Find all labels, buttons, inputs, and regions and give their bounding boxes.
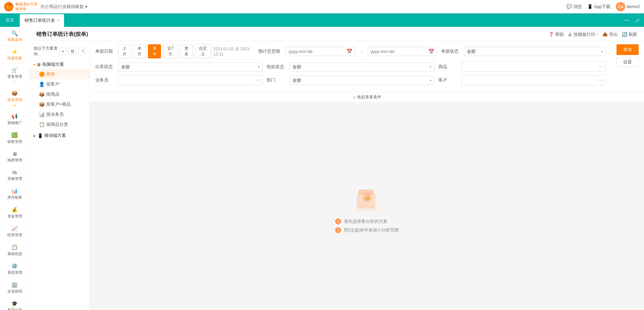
scheme-section-mobile: ▶ 📱 移动端方案	[30, 131, 90, 140]
logo-area: 🍊 畅捷通好生意 标准版	[4, 2, 38, 11]
payment-label: 收款状态	[267, 64, 285, 70]
export-icon: 📤	[602, 32, 608, 37]
product-input-wrap[interactable]: ···	[461, 62, 606, 72]
query-button[interactable]: 查询	[616, 44, 639, 55]
expected-date-start[interactable]: 📅	[286, 47, 355, 56]
sidebar-nav[interactable]: ⚡ 快捷导航	[0, 46, 29, 64]
status-select-wrap: 全部 ▾	[464, 47, 606, 56]
expand-button[interactable]: ⤢	[633, 16, 641, 24]
scheme-mobile-arrow-icon: ▶	[34, 134, 36, 138]
scheme-item-by-customer-product[interactable]: 📦 按客户+商品	[30, 99, 90, 109]
stock-icon: 📊	[11, 188, 18, 194]
refresh-button[interactable]: 🔄 刷新	[622, 32, 637, 38]
date-btn-more[interactable]: 更多	[180, 44, 193, 58]
sidebar-item-enterprise[interactable]: 🏢 企业协同	[0, 278, 29, 297]
scheme-item-by-salesperson[interactable]: 📊 按业务员	[30, 109, 90, 119]
tab-close-icon[interactable]: ×	[57, 18, 59, 23]
message-button[interactable]: 💬 消息	[567, 4, 582, 10]
date-btn-custom[interactable]: 自定义	[195, 44, 211, 58]
status-label: 单据状态	[441, 48, 460, 54]
tab-active[interactable]: 销售订单统计表 ×	[20, 14, 64, 27]
page-actions: ❓ 帮助 🖨 按模板打印 ▾ 📤 导出 🔄 刷新	[548, 32, 637, 38]
wholesale-expand-arrow: ▴	[14, 103, 15, 107]
date-group: 上月 本月 本年 近7天 更多 自定义 2023-01-01 至 2023-12…	[118, 44, 254, 58]
date-btn-last-month[interactable]: 上月	[118, 44, 131, 58]
customer-input[interactable]	[464, 78, 598, 83]
breadcrumb-text: 办公用品行业模拟账套	[40, 4, 84, 10]
setting-button[interactable]: 设置	[616, 57, 639, 67]
calendar-start-icon: 📅	[346, 49, 352, 54]
payment-select[interactable]: 全部	[292, 64, 429, 69]
print-button[interactable]: 🖨 按模板打印 ▾	[568, 32, 598, 38]
user-profile[interactable]: Ea demo2	[616, 2, 640, 11]
product-input[interactable]	[464, 64, 598, 69]
main-area: 按以下方案查询 + ⚙ 《 ▾ 🖥 电脑端方案 🟠 按	[30, 41, 644, 310]
scheme-collapse-button[interactable]: 《	[78, 48, 86, 55]
status-select[interactable]: 全部	[467, 49, 601, 54]
salesperson-input[interactable]	[121, 78, 255, 83]
salesperson-label: 业务员	[95, 77, 114, 83]
sidebar-item-retail[interactable]: 🛒 零售管理 ▾	[0, 64, 29, 87]
app-download-button[interactable]: 📱 App下载	[587, 4, 610, 10]
salesperson-dots-icon[interactable]: ···	[255, 77, 260, 83]
date-btn-7days[interactable]: 近7天	[163, 44, 178, 58]
tab-bar-actions: — ⤢	[623, 16, 644, 24]
help-button[interactable]: ❓ 帮助	[548, 32, 564, 38]
export-button[interactable]: 📤 导出	[602, 32, 618, 38]
dept-select-arrow-icon: ▾	[430, 79, 431, 82]
print-icon: 🖨	[568, 32, 572, 37]
scheme-header: 按以下方案查询 + ⚙ 《	[30, 44, 90, 60]
expected-date-end-input[interactable]	[371, 49, 427, 54]
scheme-item-by-product[interactable]: 📦 按商品	[30, 89, 90, 99]
purchase-icon: 🛍	[12, 169, 17, 175]
breadcrumb[interactable]: 办公用品行业模拟账套 ▾	[40, 4, 88, 10]
scheme-item-by-category[interactable]: 📋 按商品分类	[30, 119, 90, 130]
date-btn-this-month[interactable]: 本月	[133, 44, 146, 58]
date-btn-this-year[interactable]: 本年	[148, 44, 161, 58]
expected-date-start-input[interactable]	[289, 49, 345, 54]
sidebar-item-finance[interactable]: 💰 资金管理	[0, 203, 29, 222]
scheme-add-button[interactable]: +	[59, 48, 67, 55]
product-dots-icon[interactable]: ···	[598, 64, 603, 70]
sidebar-search[interactable]: 🔍 搜索菜单	[0, 27, 29, 46]
sidebar-item-wholesale[interactable]: 📦 批发管理 ▴	[0, 87, 29, 110]
minimize-button[interactable]: —	[623, 16, 631, 24]
retail-expand-arrow: ▾	[14, 80, 15, 84]
filter-buttons: 查询 设置	[611, 41, 644, 92]
marketing-icon: 📢	[11, 113, 18, 119]
customer-input-wrap[interactable]: ···	[461, 75, 606, 85]
salesperson-input-wrap[interactable]: ···	[118, 75, 263, 85]
content-panel: 销售订单统计表(按单) ❓ 帮助 🖨 按模板打印 ▾ 📤 导出 🔄 刷新	[30, 27, 644, 310]
sidebar-item-newuser[interactable]: 🎓 新手引导	[0, 297, 29, 310]
print-arrow-icon: ▾	[597, 33, 598, 36]
product-label: 商品	[438, 64, 457, 70]
scheme-item-by-customer[interactable]: 👤 按客户	[30, 79, 90, 89]
sidebar-item-sales[interactable]: 💹 销售管理	[0, 129, 29, 148]
scheme-pc-icon: 🖥	[37, 62, 41, 67]
empty-tip-1: 1 请先选择要分析的方案	[335, 218, 398, 224]
scheme-section-mobile-title[interactable]: ▶ 📱 移动端方案	[30, 131, 90, 140]
scheme-section-pc-title[interactable]: ▾ 🖥 电脑端方案	[30, 60, 90, 69]
sidebar-item-stock[interactable]: 📊 库存核算	[0, 185, 29, 203]
scheme-cp-icon: 📦	[39, 102, 44, 107]
sidebar-item-purchase[interactable]: 🛍 采购管理	[0, 166, 29, 185]
tab-home[interactable]: 首页	[0, 13, 20, 27]
newuser-icon: 🎓	[11, 301, 18, 307]
delivery-select[interactable]: 全部	[121, 64, 258, 69]
sidebar-item-system[interactable]: ⚙️ 系统管理	[0, 260, 29, 278]
tab-bar: 首页 销售订单统计表 × — ⤢	[0, 13, 644, 27]
expected-date-label: 预计交货期	[258, 48, 282, 54]
logo-text: 畅捷通好生意 标准版	[15, 2, 38, 11]
scheme-settings-button[interactable]: ⚙	[69, 48, 76, 55]
sidebar-item-operation[interactable]: 📈 经营管理	[0, 222, 29, 241]
wholesale-icon: 📦	[11, 90, 18, 96]
sidebar-item-ecommerce[interactable]: 🖥 电商管理	[0, 148, 29, 166]
sidebar-item-basic[interactable]: 📋 基础信息	[0, 241, 29, 260]
expected-date-end[interactable]: 📅	[368, 47, 437, 56]
dept-select[interactable]: 全部	[292, 78, 429, 83]
collapse-bar[interactable]: ∧ 收起更多条件	[90, 92, 644, 102]
status-select-arrow-icon: ▾	[601, 50, 603, 53]
sidebar-item-marketing[interactable]: 📢 营销推广	[0, 110, 29, 129]
customer-dots-icon[interactable]: ···	[598, 77, 603, 83]
scheme-item-by-order[interactable]: 🟠 按单	[30, 69, 90, 79]
